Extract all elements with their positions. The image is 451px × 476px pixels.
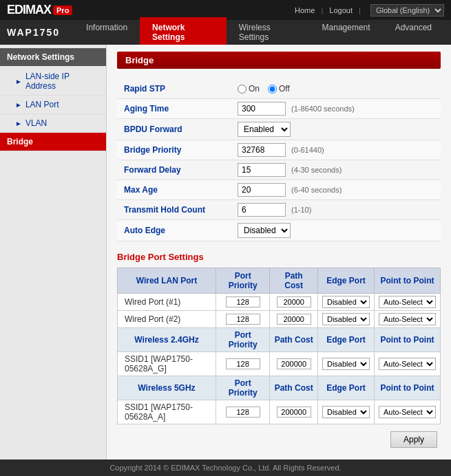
wireless-24g-ssid1-edge-select[interactable]: Disabled Enabled <box>322 358 370 370</box>
wired-port-2-name: Wired Port (#2) <box>118 311 216 328</box>
wireless-5g-col-edge: Edge Port <box>317 376 374 400</box>
tab-management[interactable]: Management <box>310 17 383 47</box>
wired-port-1-path-cost-cell <box>270 294 318 311</box>
col-point-to-point-1: Point to Point <box>374 268 440 294</box>
bridge-priority-value: (0-61440) <box>238 143 324 157</box>
forward-delay-label: Forward Delay <box>120 163 238 177</box>
max-age-value: (6-40 seconds) <box>238 183 342 197</box>
wired-port-1-name: Wired Port (#1) <box>118 294 216 311</box>
arrow-icon: ► <box>15 120 22 127</box>
transmit-hold-count-row: Transmit Hold Count (1-10) <box>117 200 441 220</box>
aging-time-label: Aging Time <box>120 102 238 116</box>
wired-port-2-path-cost-input[interactable] <box>277 314 311 325</box>
wired-port-1-edge-cell: Disabled Enabled <box>317 294 374 311</box>
sidebar-item-lan-ip[interactable]: ► LAN-side IP Address <box>0 67 106 96</box>
separator-1: | <box>321 6 323 14</box>
home-link[interactable]: Home <box>295 6 315 14</box>
sidebar: Network Settings ► LAN-side IP Address ►… <box>0 45 107 459</box>
transmit-hold-count-label: Transmit Hold Count <box>120 203 238 217</box>
table-row: Wired Port (#1) Disabled Enabled <box>118 294 441 311</box>
wireless-24g-ssid1-ptp-cell: Auto-Select Enabled Disabled <box>374 352 440 376</box>
bridge-priority-input[interactable] <box>238 143 286 157</box>
forward-delay-input[interactable] <box>238 163 286 177</box>
transmit-hold-count-input[interactable] <box>238 203 286 217</box>
wireless-5g-ssid1-edge-select[interactable]: Disabled Enabled <box>322 406 370 418</box>
wireless-24g-ssid1-priority-cell <box>216 352 270 376</box>
wired-port-2-priority-cell <box>216 311 270 328</box>
port-settings-title: Bridge Port Settings <box>117 252 441 262</box>
wired-port-1-path-cost-input[interactable] <box>277 296 311 307</box>
wireless-24g-ssid1-ptp-select[interactable]: Auto-Select Enabled Disabled <box>379 358 436 370</box>
max-age-hint: (6-40 seconds) <box>291 186 342 194</box>
wireless-5g-group-header: Wireless 5GHz <box>118 376 216 400</box>
wireless-5g-ssid1-ptp-select[interactable]: Auto-Select Enabled Disabled <box>379 406 436 418</box>
wireless-5g-col-path-cost: Path Cost <box>270 376 318 400</box>
wireless-5g-col-ptp: Point to Point <box>374 376 440 400</box>
wireless-24g-col-edge: Edge Port <box>317 328 374 352</box>
logo-text: EDIMAX <box>7 3 51 17</box>
max-age-row: Max Age (6-40 seconds) <box>117 180 441 200</box>
wireless-5g-ssid1-edge-cell: Disabled Enabled <box>317 400 374 424</box>
bpdu-forward-select[interactable]: Enabled Disabled <box>238 122 291 137</box>
tab-information[interactable]: Information <box>74 17 140 47</box>
language-select[interactable]: Global (English) <box>370 4 444 17</box>
bpdu-forward-row: BPDU Forward Enabled Disabled <box>117 119 441 140</box>
auto-edge-select[interactable]: Disabled Enabled <box>238 223 291 238</box>
table-row: SSID1 [WAP1750-05628A_A] Disabled Enable… <box>118 400 441 424</box>
apply-button[interactable]: Apply <box>390 431 437 448</box>
footer-text: Copyright 2014 © EDIMAX Technology Co., … <box>109 464 341 472</box>
wired-port-2-priority-input[interactable] <box>226 314 260 325</box>
wireless-24g-ssid1-path-cost-cell <box>270 352 318 376</box>
rapid-stp-label: Rapid STP <box>120 82 238 96</box>
transmit-hold-count-hint: (1-10) <box>291 206 311 214</box>
wired-port-1-ptp-cell: Auto-Select Enabled Disabled <box>374 294 440 311</box>
bridge-priority-row: Bridge Priority (0-61440) <box>117 140 441 160</box>
wireless-24g-ssid1-name: SSID1 [WAP1750-05628A_G] <box>118 352 216 376</box>
max-age-input[interactable] <box>238 183 286 197</box>
sidebar-item-lan-port[interactable]: ► LAN Port <box>0 96 106 114</box>
wired-port-2-ptp-select[interactable]: Auto-Select Enabled Disabled <box>379 313 436 325</box>
wired-port-1-priority-input[interactable] <box>226 296 260 307</box>
sidebar-item-vlan[interactable]: ► VLAN <box>0 114 106 133</box>
tab-wireless-settings[interactable]: Wireless Settings <box>227 17 310 47</box>
rapid-stp-on-option[interactable]: On <box>238 84 260 94</box>
wired-port-1-edge-select[interactable]: Disabled Enabled <box>322 296 370 308</box>
nav-tabs: Information Network Settings Wireless Se… <box>74 17 444 47</box>
wireless-24g-ssid1-edge-cell: Disabled Enabled <box>317 352 374 376</box>
aging-time-row: Aging Time (1-86400 seconds) <box>117 99 441 119</box>
rapid-stp-off-option[interactable]: Off <box>268 84 290 94</box>
wireless-5g-ssid1-priority-cell <box>216 400 270 424</box>
wired-port-2-ptp-cell: Auto-Select Enabled Disabled <box>374 311 440 328</box>
table-row: Wired Port (#2) Disabled Enabled <box>118 311 441 328</box>
col-edge-port-1: Edge Port <box>317 268 374 294</box>
auto-edge-row: Auto Edge Disabled Enabled <box>117 220 441 241</box>
wireless-5g-ssid1-priority-input[interactable] <box>226 407 260 418</box>
wired-port-1-priority-cell <box>216 294 270 311</box>
tab-network-settings[interactable]: Network Settings <box>140 17 227 47</box>
rapid-stp-off-radio[interactable] <box>268 85 277 94</box>
wired-port-1-ptp-select[interactable]: Auto-Select Enabled Disabled <box>379 296 436 308</box>
col-path-cost-1: Path Cost <box>270 268 318 294</box>
forward-delay-hint: (4-30 seconds) <box>291 166 342 174</box>
col-port-priority-1: Port Priority <box>216 268 270 294</box>
logo: EDIMAX Pro <box>7 3 72 17</box>
wireless-5g-ssid1-name: SSID1 [WAP1750-05628A_A] <box>118 400 216 424</box>
wired-port-2-edge-select[interactable]: Disabled Enabled <box>322 313 370 325</box>
logout-link[interactable]: Logout <box>329 6 353 14</box>
wireless-5g-header-row: Wireless 5GHz Port Priority Path Cost Ed… <box>118 376 441 400</box>
sidebar-item-bridge[interactable]: Bridge <box>0 133 106 151</box>
wireless-24g-ssid1-path-cost-input[interactable] <box>277 358 311 369</box>
rapid-stp-value: On Off <box>238 84 290 94</box>
auto-edge-label: Auto Edge <box>120 224 238 237</box>
rapid-stp-on-radio[interactable] <box>238 85 247 94</box>
wired-port-2-edge-cell: Disabled Enabled <box>317 311 374 328</box>
top-links: Home | Logout | Global (English) <box>293 4 444 17</box>
wireless-24g-ssid1-priority-input[interactable] <box>226 358 260 369</box>
forward-delay-value: (4-30 seconds) <box>238 163 342 177</box>
bridge-form: Rapid STP On Off Aging Time <box>117 79 441 241</box>
bpdu-forward-value: Enabled Disabled <box>238 122 291 137</box>
wireless-5g-ssid1-path-cost-input[interactable] <box>277 407 311 418</box>
aging-time-input[interactable] <box>238 102 286 116</box>
transmit-hold-count-value: (1-10) <box>238 203 311 217</box>
tab-advanced[interactable]: Advanced <box>383 17 444 47</box>
